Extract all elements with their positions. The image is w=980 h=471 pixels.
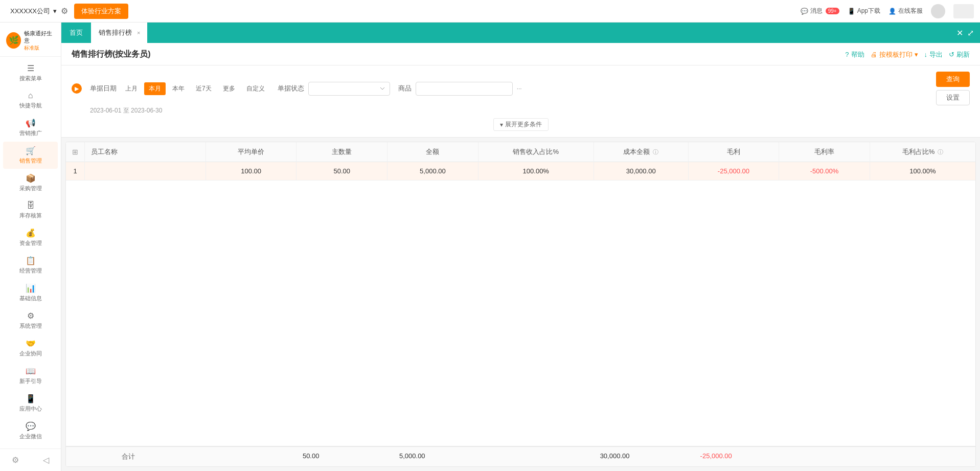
cell-avg-price: 100.00 bbox=[206, 162, 297, 181]
status-filter-label: 单据状态 bbox=[278, 84, 304, 93]
sidebar-label-search: 搜索菜单 bbox=[19, 75, 42, 82]
sidebar-label-system: 系统管理 bbox=[19, 322, 42, 330]
refresh-label: 刷新 bbox=[956, 50, 970, 59]
sidebar-label-app: 应用中心 bbox=[19, 405, 42, 413]
company-name: XXXXXX公司 bbox=[10, 7, 50, 16]
sidebar-item-wechat[interactable]: 💬 企业微信 bbox=[3, 417, 58, 444]
date-tab-custom[interactable]: 自定义 bbox=[242, 82, 269, 95]
sidebar-label-inventory: 库存核算 bbox=[19, 212, 42, 219]
column-settings-icon[interactable]: ⊞ bbox=[72, 148, 78, 156]
col-profit: 毛利 bbox=[688, 142, 779, 162]
settings-icon[interactable]: ⚙ bbox=[61, 6, 68, 16]
message-action[interactable]: 💬 消息 99+ bbox=[801, 7, 839, 15]
profit-ratio-info-icon[interactable]: ⓘ bbox=[938, 149, 943, 155]
footer-sales-ratio bbox=[463, 452, 564, 461]
avatar[interactable] bbox=[931, 4, 945, 18]
date-tab-last7[interactable]: 近7天 bbox=[191, 82, 216, 95]
filter-toggle[interactable]: ▶ bbox=[72, 83, 82, 94]
page-content: 销售排行榜(按业务员) ? 帮助 🖨 按模板打印 ▾ ↓ bbox=[61, 43, 980, 471]
sidebar-item-enterprise[interactable]: 🤝 企业协同 bbox=[3, 334, 58, 362]
goods-more-btn[interactable]: ··· bbox=[517, 85, 522, 92]
table-header-row: ⊞ 员工名称 平均单价 主数量 全额 销售收入占比% 成本全额 bbox=[66, 142, 975, 162]
sidebar-item-basic[interactable]: 📊 基础信息 bbox=[3, 279, 58, 306]
marketing-icon: 📢 bbox=[26, 118, 36, 128]
user-info[interactable] bbox=[953, 4, 974, 18]
top-bar: XXXXXX公司 ▾ ⚙ 体验行业方案 💬 消息 99+ 📱 App下载 👤 在… bbox=[0, 0, 980, 23]
operation-icon: 📋 bbox=[26, 256, 36, 265]
export-button[interactable]: ↓ 导出 bbox=[924, 50, 943, 59]
date-tab-current-month[interactable]: 本月 bbox=[144, 82, 166, 95]
sidebar-label-operation: 经营管理 bbox=[19, 267, 42, 275]
sidebar-item-guide[interactable]: 📖 新手引导 bbox=[3, 362, 58, 389]
footer-profit-ratio bbox=[868, 452, 969, 461]
trial-button[interactable]: 体验行业方案 bbox=[74, 4, 128, 19]
sidebar-collapse-btn[interactable]: ◁ bbox=[41, 453, 51, 467]
print-icon: 🖨 bbox=[871, 51, 877, 58]
goods-input[interactable] bbox=[416, 82, 513, 96]
sidebar-label-sales: 销售管理 bbox=[19, 157, 42, 165]
home-icon: ⌂ bbox=[28, 91, 33, 100]
sidebar-item-sales[interactable]: 🛒 销售管理 bbox=[3, 142, 58, 169]
cell-qty: 50.00 bbox=[297, 162, 388, 181]
tab-bar: 首页 销售排行榜 × ✕ ⤢ bbox=[61, 23, 980, 43]
tab-label: 销售排行榜 bbox=[99, 28, 132, 37]
sidebar-item-system[interactable]: ⚙ 系统管理 bbox=[3, 307, 58, 334]
sidebar-item-app[interactable]: 📱 应用中心 bbox=[3, 390, 58, 417]
footer-cost: 30,000.00 bbox=[564, 452, 666, 461]
date-tab-prev-month[interactable]: 上月 bbox=[121, 82, 142, 95]
sidebar: 🌿 畅康通好生意 标准版 ☰ 搜索菜单 ⌂ 快捷导航 📢 营销推广 🛒 销售管理 bbox=[0, 23, 61, 471]
sidebar-settings-btn[interactable]: ⚙ bbox=[10, 453, 21, 467]
table-area: ⊞ 员工名称 平均单价 主数量 全额 销售收入占比% 成本全额 bbox=[65, 142, 976, 467]
tab-restore-icon[interactable]: ⤢ bbox=[967, 28, 974, 38]
tab-home[interactable]: 首页 bbox=[61, 23, 91, 43]
tab-close-all-icon[interactable]: ✕ bbox=[956, 28, 963, 38]
expand-conditions-button[interactable]: ▾ 展开更多条件 bbox=[493, 118, 549, 131]
sidebar-nav: ☰ 搜索菜单 ⌂ 快捷导航 📢 营销推广 🛒 销售管理 📦 采购管理 🗄 库 bbox=[0, 57, 61, 448]
enterprise-icon: 🤝 bbox=[26, 339, 36, 348]
col-amount: 全额 bbox=[388, 142, 478, 162]
status-select[interactable] bbox=[308, 82, 390, 96]
finance-icon: 💰 bbox=[26, 228, 36, 238]
tab-bar-actions: ✕ ⤢ bbox=[956, 28, 980, 38]
goods-filter-label: 商品 bbox=[398, 84, 412, 93]
sidebar-item-operation[interactable]: 📋 经营管理 bbox=[3, 252, 58, 279]
sidebar-item-search[interactable]: ☰ 搜索菜单 bbox=[3, 59, 58, 86]
sidebar-label-marketing: 营销推广 bbox=[19, 129, 42, 137]
logo-name: 畅康通好生意 bbox=[24, 30, 55, 44]
main-layout: 🌿 畅康通好生意 标准版 ☰ 搜索菜单 ⌂ 快捷导航 📢 营销推广 🛒 销售管理 bbox=[0, 23, 980, 471]
footer-profit: -25,000.00 bbox=[666, 452, 767, 461]
basic-icon: 📊 bbox=[26, 283, 36, 293]
expand-icon: ▾ bbox=[500, 121, 503, 128]
sidebar-item-inventory[interactable]: 🗄 库存核算 bbox=[3, 197, 58, 223]
message-icon: 💬 bbox=[801, 8, 808, 15]
tab-sales-ranking[interactable]: 销售排行榜 × bbox=[91, 23, 147, 43]
cell-profit: -25,000.00 bbox=[688, 162, 779, 181]
cost-info-icon[interactable]: ⓘ bbox=[653, 149, 658, 155]
app-download-action[interactable]: 📱 App下载 bbox=[848, 7, 880, 15]
help-button[interactable]: ? 帮助 bbox=[845, 50, 864, 59]
online-service-action[interactable]: 👤 在线客服 bbox=[888, 7, 923, 15]
company-selector[interactable]: XXXXXX公司 ▾ bbox=[6, 5, 61, 18]
sidebar-label-enterprise: 企业协同 bbox=[19, 350, 42, 357]
refresh-button[interactable]: ↺ 刷新 bbox=[949, 50, 970, 59]
query-actions: 查询 设置 bbox=[936, 72, 970, 105]
sidebar-item-member[interactable]: ♥ 畅会员 bbox=[3, 445, 58, 448]
help-label: 帮助 bbox=[851, 50, 864, 59]
inventory-icon: 🗄 bbox=[27, 201, 35, 210]
date-tab-current-year[interactable]: 本年 bbox=[168, 82, 189, 95]
setting-button[interactable]: 设置 bbox=[936, 90, 970, 105]
date-tab-more[interactable]: 更多 bbox=[218, 82, 240, 95]
service-label: 在线客服 bbox=[898, 7, 923, 15]
logo-text: 畅康通好生意 标准版 bbox=[24, 30, 55, 51]
col-sales-ratio: 销售收入占比% bbox=[478, 142, 594, 162]
tab-close-icon[interactable]: × bbox=[137, 30, 140, 36]
col-cost: 成本全额 ⓘ bbox=[594, 142, 688, 162]
sidebar-item-finance[interactable]: 💰 资金管理 bbox=[3, 224, 58, 251]
query-button[interactable]: 查询 bbox=[936, 72, 970, 87]
sidebar-item-purchase[interactable]: 📦 采购管理 bbox=[3, 169, 58, 196]
date-range-display: 2023-06-01 至 2023-06-30 bbox=[90, 106, 970, 115]
sidebar-item-quick-nav[interactable]: ⌂ 快捷导航 bbox=[3, 87, 58, 114]
sidebar-item-marketing[interactable]: 📢 营销推广 bbox=[3, 114, 58, 141]
app-download-label: App下载 bbox=[857, 7, 880, 15]
print-button[interactable]: 🖨 按模板打印 ▾ bbox=[871, 50, 918, 59]
